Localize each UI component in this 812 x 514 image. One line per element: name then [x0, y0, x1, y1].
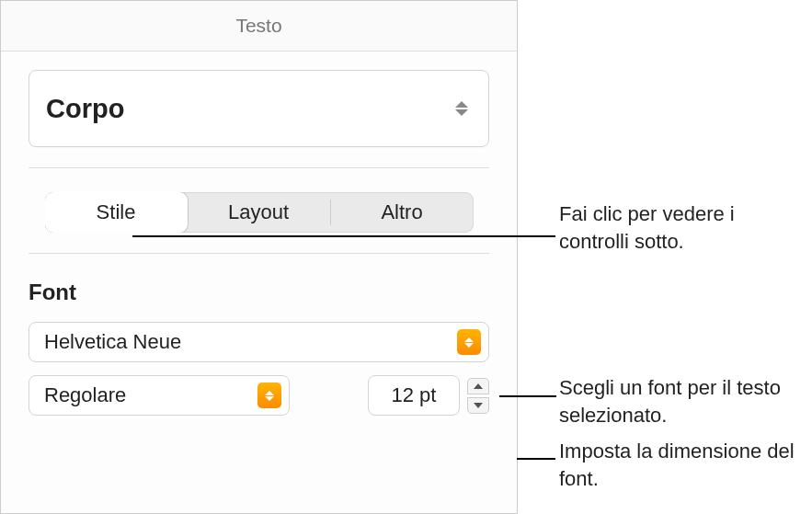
chevron-down-icon	[474, 403, 483, 408]
callout-line	[499, 395, 556, 397]
stepper-down-button[interactable]	[467, 397, 489, 414]
tab-segmented-control: Stile Layout Altro	[45, 192, 474, 233]
tab-stile[interactable]: Stile	[45, 192, 188, 233]
tab-altro[interactable]: Altro	[331, 192, 474, 233]
text-inspector-panel: Testo Corpo Stile Layout Altro Font Helv…	[0, 0, 518, 514]
stepper-up-button[interactable]	[467, 378, 489, 394]
font-typeface-popup[interactable]: Regolare	[29, 375, 290, 416]
popup-arrows-icon	[257, 383, 281, 408]
panel-title: Testo	[1, 1, 517, 51]
callout-line	[132, 235, 555, 237]
callout-size: Imposta la dimensione del font.	[559, 438, 807, 492]
paragraph-style-label: Corpo	[46, 94, 124, 124]
font-size-field[interactable]	[368, 375, 460, 416]
font-typeface-label: Regolare	[44, 383, 126, 407]
chevron-updown-icon	[455, 101, 468, 116]
paragraph-style-popup[interactable]: Corpo	[29, 70, 489, 147]
font-family-popup[interactable]: Helvetica Neue	[29, 322, 489, 362]
popup-arrows-icon	[457, 329, 481, 355]
callout-line	[517, 458, 555, 460]
callout-stile: Fai clic per vedere i controlli sotto.	[559, 200, 798, 255]
tab-layout[interactable]: Layout	[188, 192, 330, 233]
font-size-stepper	[467, 375, 489, 416]
font-family-label: Helvetica Neue	[44, 330, 181, 354]
chevron-up-icon	[474, 383, 483, 389]
callout-font: Scegli un font per il testo selezionato.	[559, 374, 798, 428]
font-heading: Font	[29, 280, 489, 305]
